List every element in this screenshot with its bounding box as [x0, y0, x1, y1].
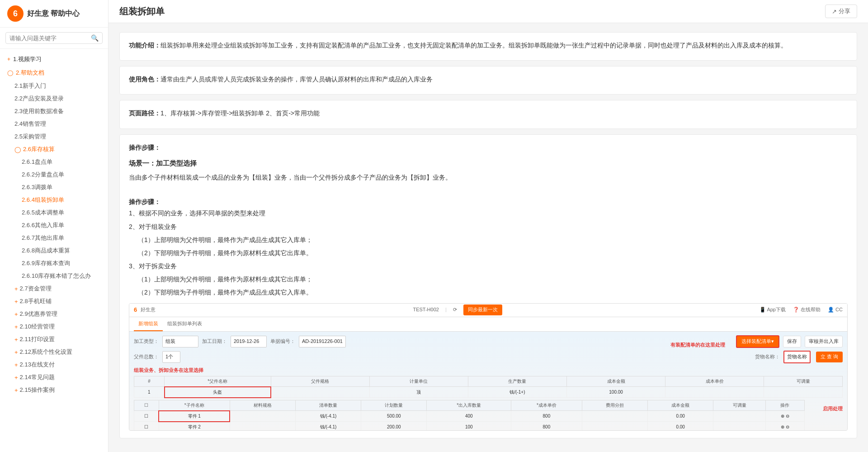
lth-child-spec: 材料规格 — [230, 400, 295, 411]
ss-logo: 6 — [134, 305, 137, 315]
sidebar-item-2-10[interactable]: + 2.10经营管理 — [0, 320, 108, 333]
ltd-share2 — [582, 422, 647, 430]
sidebar-item-2-2[interactable]: 2.2产品安装及登录 — [0, 92, 108, 105]
step3: 3、对于拆卖业务 — [129, 261, 848, 272]
sidebar-item-2-6-3[interactable]: 2.6.3调拨单 — [0, 181, 108, 194]
ltd-plan1: 500.00 — [361, 411, 427, 422]
plus-icon-2-11: + — [14, 336, 18, 343]
td-avail1 — [764, 387, 843, 398]
minus-icon-2-6: ◯ — [14, 146, 21, 153]
ss-lower-table: ☐ *子件名称 材料规格 清单数量 计划数量 *出入库数量 *成本单价 费用分担 — [134, 400, 805, 430]
ltd-name2: 零件 2 — [159, 422, 230, 430]
scene1-title: 场景一：加工类型选择 — [129, 157, 848, 169]
ltd-bom2: 钱/(-4.1) — [295, 422, 361, 430]
th-unit: 计量单位 — [369, 376, 468, 387]
sidebar-item-2-11[interactable]: + 2.11打印设置 — [0, 333, 108, 346]
plus-icon-2-10: + — [14, 324, 18, 330]
ss-apps: 📱 App下载 — [760, 305, 786, 314]
ltd-total1: 0.00 — [648, 411, 713, 422]
ss-lower-row2: ☐ 零件 2 钱/(-4.1) 200.00 100 800 — [134, 422, 805, 430]
sidebar-item-2-4[interactable]: 2.4销售管理 — [0, 118, 108, 130]
plus-icon-2-8: + — [14, 298, 18, 305]
step3-2: （2）下部明细为子件明细，最终作为产成品生成其它入库单。 — [138, 287, 848, 298]
ss-tab-list: 组装拆卸单列表 — [163, 317, 207, 332]
ss-label-count: 父件总数： — [134, 352, 159, 362]
scene1-desc: 当由多个子件材料组装成一个成品的业务为【组装】业务，当由一个父件拆分成多个子产品… — [129, 172, 848, 183]
ss-test: TEST-H002 — [413, 305, 439, 314]
sidebar-item-2[interactable]: ◯ 2.帮助文档 — [0, 66, 108, 80]
ss-btn-save: 选择装配清单▾ — [736, 335, 779, 348]
ss-user: 👤 CC — [828, 305, 843, 314]
sidebar-item-2-6[interactable]: ◯ 2.6库存核算 — [0, 143, 108, 156]
plus-icon-2-12: + — [14, 349, 18, 356]
ss-form-row1: 加工类型： 组装 加工日期： 2019-12-26 单据编号： AD-20191… — [134, 335, 843, 348]
share-button[interactable]: ↗ 分享 — [825, 5, 857, 18]
sidebar-item-2-6-7[interactable]: 2.6.7其他出库单 — [0, 232, 108, 244]
sidebar-item-2-13[interactable]: + 2.13在线支付 — [0, 358, 108, 371]
ss-field-type: 组装 — [162, 336, 198, 347]
sidebar-item-2-1[interactable]: 2.1新手入门 — [0, 80, 108, 92]
ss-nav-btn: 同步最新一次 — [463, 305, 502, 315]
sidebar-item-2-6-6[interactable]: 2.6.6其他入库单 — [0, 219, 108, 232]
td-seq1: 1 — [134, 387, 165, 398]
step2-2: （2）下部明细为子件明细，最终作为原材料生成其它出库单。 — [138, 247, 848, 259]
plus-icon-1: + — [7, 56, 10, 62]
plus-icon-2-15: + — [14, 387, 18, 394]
td-unit1: 顶 — [369, 387, 468, 398]
minus-icon-2: ◯ — [7, 70, 13, 76]
ss-brand: 好生意 — [141, 305, 156, 314]
sidebar-item-2-6-9[interactable]: 2.6.9库存账本查询 — [0, 257, 108, 270]
ltd-check1: ☐ — [134, 411, 159, 422]
search-wrapper[interactable]: 🔍 — [5, 32, 103, 44]
path-text: 页面路径：1、库存核算->库存管理->组装拆卸单 2、首页->常用功能 — [129, 108, 848, 119]
operations-card: 操作步骤： 场景一：加工类型选择 当由多个子件材料组装成一个成品的业务为【组装】… — [119, 134, 857, 438]
sidebar-item-2-14[interactable]: + 2.14常见问题 — [0, 371, 108, 384]
sidebar-item-2-5[interactable]: 2.5采购管理 — [0, 130, 108, 143]
ltd-avail1 — [713, 411, 766, 422]
ltd-avail2 — [713, 422, 766, 430]
ss-annotation-2: 组装业务、拆卸业务在这里选择 — [134, 366, 843, 375]
sidebar-item-2-6-4[interactable]: 2.6.4组装拆卸单 — [0, 194, 108, 206]
ltd-total2: 0.00 — [648, 422, 713, 430]
sidebar-item-2-3[interactable]: 2.3使用前数据准备 — [0, 105, 108, 118]
th-parent-spec: 父件规格 — [271, 376, 369, 387]
td-parent-name1: 头盔 — [165, 387, 271, 398]
plus-icon-2-9: + — [14, 311, 18, 318]
sidebar-item-2-7[interactable]: + 2.7资金管理 — [0, 282, 108, 295]
ops-steps-label: 操作步骤： — [129, 196, 848, 208]
sidebar-item-2-6-5[interactable]: 2.6.5成本调整单 — [0, 206, 108, 219]
ss-lower-section: ☐ *子件名称 材料规格 清单数量 计划数量 *出入库数量 *成本单价 费用分担 — [134, 400, 843, 430]
sidebar-item-2-12[interactable]: + 2.12系统个性化设置 — [0, 346, 108, 358]
ss-tabs: 新增组装 组装拆卸单列表 — [129, 317, 847, 332]
td-cost-unit1 — [665, 387, 764, 398]
ss-annotation-3-wrapper: 启用处理 — [823, 400, 843, 414]
ss-label-type: 加工类型： — [134, 337, 159, 346]
search-icon[interactable]: 🔍 — [91, 34, 99, 42]
ss-topbar: 6 好生意 TEST-H002 | ⟳ 同步最新一次 📱 App下载 ❓ 在线帮… — [129, 304, 847, 317]
step2: 2、对于组装业务 — [129, 221, 848, 233]
sidebar-item-2-6-2[interactable]: 2.6.2分量盘点单 — [0, 168, 108, 181]
page-title: 组装拆卸单 — [119, 5, 165, 18]
lth-cost-total: 成本金额 — [648, 400, 713, 411]
app-name: 好生意 帮助中心 — [27, 9, 80, 19]
th-seq: # — [134, 376, 165, 387]
sidebar-item-2-6-8[interactable]: 2.6.8商品成本重算 — [0, 244, 108, 257]
search-input[interactable] — [9, 35, 91, 42]
sidebar-item-2-9[interactable]: + 2.9优惠券管理 — [0, 308, 108, 320]
th-cost: 成本金额 — [567, 376, 665, 387]
ltd-spec1 — [230, 411, 295, 422]
sidebar-item-1[interactable]: + 1.视频学习 — [0, 52, 108, 66]
ss-annotation-3: 启用处理 — [823, 404, 843, 414]
ss-btn-submit2: 审核并出入库 — [805, 336, 843, 347]
main-content: 组装拆卸单 ↗ 分享 功能介绍：组装拆卸单用来处理企业组装或拆卸等加工业务，支持… — [108, 0, 868, 452]
intro-text: 功能介绍：组装拆卸单用来处理企业组装或拆卸等加工业务，支持有固定装配清单的产品加… — [129, 40, 848, 51]
ss-label-date: 加工日期： — [202, 337, 227, 346]
ltd-cost-u2: 800 — [511, 422, 582, 430]
sidebar-item-2-6-1[interactable]: 2.6.1盘点单 — [0, 156, 108, 168]
sidebar-item-2-6-10[interactable]: 2.6.10库存账本错了怎么办 — [0, 270, 108, 282]
sidebar-item-2-8[interactable]: + 2.8手机旺铺 — [0, 295, 108, 308]
ltd-plan2: 200.00 — [361, 422, 427, 430]
screenshot-container: 6 好生意 TEST-H002 | ⟳ 同步最新一次 📱 App下载 ❓ 在线帮… — [129, 303, 848, 431]
ss-field-count: 1个 — [162, 351, 180, 363]
sidebar-item-2-15[interactable]: + 2.15操作案例 — [0, 384, 108, 396]
